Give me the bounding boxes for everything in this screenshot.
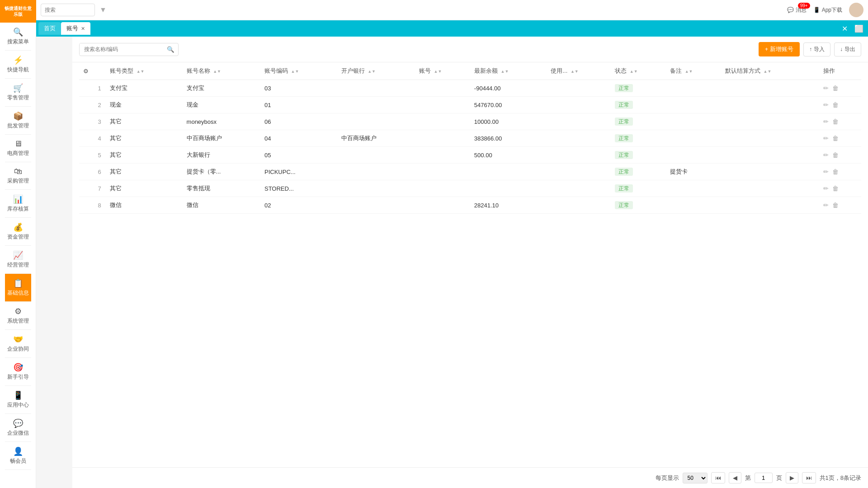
delete-icon-7[interactable]: 🗑: [832, 185, 839, 192]
sidebar-item-system[interactable]: ⚙系统管理: [5, 302, 31, 330]
sidebar-item-wechat[interactable]: 💬企业微信: [5, 414, 31, 442]
row-balance-3: 10000.00: [471, 113, 547, 130]
col-remark[interactable]: 备注 ▲▼: [666, 62, 722, 80]
sidebar-item-appcenter[interactable]: 📱应用中心: [5, 386, 31, 414]
col-default-payment[interactable]: 默认结算方式 ▲▼: [722, 62, 820, 80]
delete-icon-2[interactable]: 🗑: [832, 101, 839, 108]
col-usage[interactable]: 使用... ▲▼: [547, 62, 611, 80]
row-default-payment-3: [722, 113, 820, 130]
account-table: ⚙ 账号类型 ▲▼ 账号名称 ▲▼ 账号编码 ▲▼: [79, 62, 861, 214]
sidebar-item-search[interactable]: 🔍搜索菜单: [5, 23, 31, 51]
edit-icon-1[interactable]: ✏: [823, 84, 829, 92]
tab-maximize-btn[interactable]: ⬜: [852, 24, 866, 33]
col-bank[interactable]: 开户银行 ▲▼: [338, 62, 415, 80]
next-page-button[interactable]: ▶: [786, 472, 798, 483]
settings-icon: ⚙: [83, 68, 89, 75]
delete-icon-6[interactable]: 🗑: [832, 168, 839, 175]
sidebar-item-shortcut[interactable]: ⚡快捷导航: [5, 51, 31, 79]
guide-icon: 🎯: [7, 362, 29, 372]
row-num-3: 3: [93, 113, 106, 130]
sidebar-item-operations[interactable]: 📈经营管理: [5, 246, 31, 274]
sidebar-item-label-basic: 基础信息: [7, 289, 29, 297]
total-info: 共1页，8条记录: [820, 474, 861, 482]
edit-icon-8[interactable]: ✏: [823, 202, 829, 209]
row-actions-4: ✏ 🗑: [820, 130, 861, 147]
sidebar-item-purchase[interactable]: 🛍采购管理: [5, 162, 31, 190]
row-status-3: 正常: [611, 113, 666, 130]
sidebar-item-finance[interactable]: 💰资金管理: [5, 218, 31, 246]
row-balance-1: -90444.00: [471, 80, 547, 97]
delete-icon-5[interactable]: 🗑: [832, 151, 839, 159]
last-page-button[interactable]: ⏭: [802, 472, 816, 483]
sidebar-item-basic[interactable]: 📋基础信息: [5, 274, 31, 302]
sidebar-item-label-system: 系统管理: [7, 317, 29, 325]
sidebar-item-member[interactable]: 👤畅会员: [5, 442, 31, 470]
account-table-container: ⚙ 账号类型 ▲▼ 账号名称 ▲▼ 账号编码 ▲▼: [72, 62, 868, 467]
col-name[interactable]: 账号名称 ▲▼: [183, 62, 261, 80]
delete-icon-1[interactable]: 🗑: [832, 84, 839, 92]
delete-icon-8[interactable]: 🗑: [832, 202, 839, 209]
import-button[interactable]: ↑ 导入: [803, 42, 830, 56]
edit-icon-7[interactable]: ✏: [823, 185, 829, 192]
sidebar-item-label-member: 畅会员: [7, 457, 29, 465]
sidebar-item-wholesale[interactable]: 📦批发管理: [5, 107, 31, 135]
edit-icon-4[interactable]: ✏: [823, 135, 829, 142]
row-bank-7: [338, 180, 415, 197]
row-default-payment-6: [722, 164, 820, 180]
top-search-dropdown[interactable]: ▼: [99, 6, 107, 14]
col-status[interactable]: 状态 ▲▼: [611, 62, 666, 80]
message-button[interactable]: 💬 消息 99+: [787, 6, 807, 14]
row-remark-8: [666, 197, 722, 214]
user-avatar[interactable]: [849, 3, 863, 17]
app-download-button[interactable]: 📱 App下载: [813, 6, 842, 14]
status-badge-1: 正常: [615, 84, 633, 92]
col-type[interactable]: 账号类型 ▲▼: [106, 62, 183, 80]
delete-icon-3[interactable]: 🗑: [832, 118, 839, 125]
per-page-select[interactable]: 50 20 100: [683, 473, 708, 483]
page-number-input[interactable]: [755, 473, 773, 483]
tab-account[interactable]: 账号 ✕: [61, 22, 90, 35]
sidebar-item-inventory[interactable]: 📊库存核算: [5, 190, 31, 218]
sort-status-icon: ▲▼: [630, 70, 638, 74]
tab-account-close[interactable]: ✕: [81, 26, 85, 32]
top-search-input[interactable]: [41, 4, 95, 16]
export-button[interactable]: ↓ 导出: [834, 42, 861, 56]
sidebar-item-label-wechat: 企业微信: [7, 429, 29, 437]
ecommerce-icon: 🖥: [7, 139, 29, 149]
col-settings[interactable]: ⚙: [79, 62, 93, 80]
edit-icon-6[interactable]: ✏: [823, 168, 829, 175]
enterprise-icon: 🤝: [7, 334, 29, 344]
sidebar-item-guide[interactable]: 🎯新手引导: [5, 358, 31, 386]
sidebar-item-label-ecommerce: 电商管理: [7, 150, 29, 157]
account-search-input[interactable]: [80, 43, 163, 55]
col-balance[interactable]: 最新余额 ▲▼: [471, 62, 547, 80]
edit-icon-5[interactable]: ✏: [823, 151, 829, 159]
logo-subtext: 乐版: [5, 11, 32, 17]
table-row: 5 其它 大新银行 05 500.00 正常 ✏ 🗑: [79, 147, 861, 164]
row-num-5: 5: [93, 147, 106, 164]
delete-icon-4[interactable]: 🗑: [832, 135, 839, 142]
row-type-6: 其它: [106, 164, 183, 180]
table-row: 4 其它 中百商场账户 04 中百商场账户 383866.00 正常 ✏ 🗑: [79, 130, 861, 147]
sidebar-item-enterprise[interactable]: 🤝企业协同: [5, 330, 31, 358]
phone-icon: 📱: [813, 7, 820, 13]
sidebar-item-ecommerce[interactable]: 🖥电商管理: [5, 135, 31, 162]
first-page-button[interactable]: ⏮: [711, 472, 725, 483]
edit-icon-2[interactable]: ✏: [823, 101, 829, 108]
wechat-icon: 💬: [7, 418, 29, 428]
row-bank-6: [338, 164, 415, 180]
edit-icon-3[interactable]: ✏: [823, 118, 829, 125]
tab-home[interactable]: 首页: [38, 22, 61, 35]
search-submit-button[interactable]: 🔍: [163, 43, 178, 56]
tab-close-btn[interactable]: ✕: [840, 24, 850, 33]
operations-icon: 📈: [7, 250, 29, 260]
prev-page-button[interactable]: ◀: [729, 472, 741, 483]
col-code[interactable]: 账号编码 ▲▼: [261, 62, 338, 80]
row-type-3: 其它: [106, 113, 183, 130]
add-account-button[interactable]: + 新增账号: [759, 42, 800, 56]
sort-account-icon: ▲▼: [434, 70, 442, 74]
row-name-8: 微信: [183, 197, 261, 214]
row-account-6: [415, 164, 471, 180]
col-account[interactable]: 账号 ▲▼: [415, 62, 471, 80]
sidebar-item-retail[interactable]: 🛒零售管理: [5, 79, 31, 107]
